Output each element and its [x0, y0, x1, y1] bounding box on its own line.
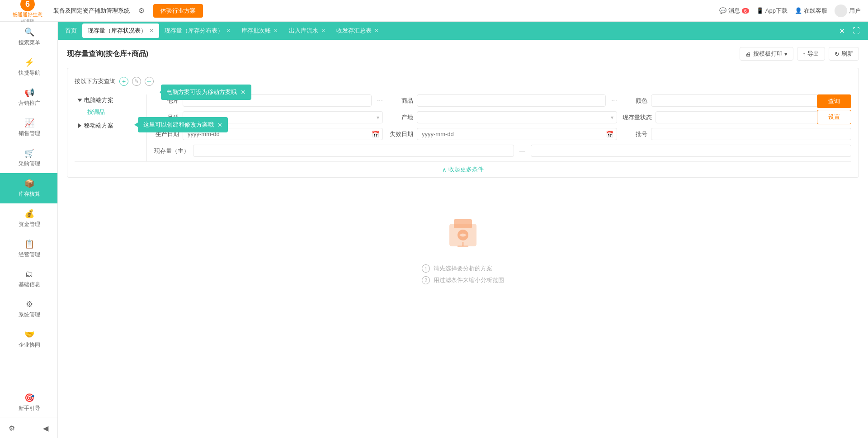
sidebar-item-search-menu[interactable]: 🔍 搜索菜单: [0, 22, 57, 52]
sidebar-label-operations: 经营管理: [19, 251, 40, 259]
reset-button[interactable]: 设置: [817, 110, 851, 124]
stock-qty-max-input[interactable]: [531, 145, 852, 157]
tab-receipt-summary[interactable]: 收发存汇总表 ✕: [331, 24, 384, 38]
search-button[interactable]: 查询: [817, 94, 851, 108]
scheme-popover-2-close[interactable]: ✕: [217, 122, 222, 128]
tab-batch-ledger[interactable]: 库存批次账 ✕: [236, 24, 283, 38]
logo-area: 6 畅通通好生意 标准版: [7, 0, 48, 24]
sidebar-label-sales: 销售管理: [19, 130, 40, 137]
inventory-icon: 📦: [24, 179, 34, 188]
purchase-icon: 🛒: [24, 148, 34, 158]
sidebar-item-system[interactable]: ⚙ 系统管理: [0, 294, 57, 324]
sidebar-label-base-info: 基础信息: [19, 281, 40, 288]
phone-icon: 📱: [756, 7, 764, 14]
filter-field-origin: 产地 ▾: [388, 111, 617, 123]
tab-home[interactable]: 首页: [60, 24, 82, 38]
tab-batch-ledger-label: 库存批次账: [241, 27, 271, 35]
tab-stock-status-close[interactable]: ✕: [149, 28, 154, 34]
filter-add-btn[interactable]: +: [119, 77, 128, 86]
tab-stock-status[interactable]: 现存量（库存状况表） ✕: [82, 24, 159, 38]
goods-label: 商品: [388, 97, 413, 105]
message-btn[interactable]: 💬 消息 6: [719, 7, 749, 15]
search-menu-icon: 🔍: [24, 27, 34, 37]
sidebar: 🔍 搜索菜单 ⚡ 快捷导航 📢 营销推广 📈 销售管理 🛒 采购管理 📦: [0, 22, 58, 438]
settings-icon-btn[interactable]: ⚙: [135, 5, 148, 17]
cooperation-icon: 🤝: [24, 330, 34, 339]
sidebar-item-base-info[interactable]: 🗂 基础信息: [0, 264, 57, 294]
sidebar-label-cooperation: 企业协同: [19, 341, 40, 349]
page-title: 现存量查询(按仓库+商品): [67, 49, 148, 59]
template-print-button[interactable]: 🖨 按模板打印 ▾: [740, 47, 793, 61]
desktop-group-triangle: [78, 99, 82, 102]
sidebar-item-finance[interactable]: 💰 资金管理: [0, 203, 57, 234]
sidebar-item-cooperation[interactable]: 🤝 企业协同: [0, 324, 57, 354]
filter-arrow-btn[interactable]: ←: [145, 77, 154, 86]
goods-more-icon[interactable]: ···: [611, 97, 617, 105]
base-info-icon: 🗂: [25, 269, 33, 279]
sidebar-item-marketing[interactable]: 📢 营销推广: [0, 82, 57, 113]
scheme-popover-1-close[interactable]: ✕: [241, 89, 246, 96]
user-btn[interactable]: 用户: [835, 5, 861, 17]
logo-icon: 6: [20, 0, 35, 11]
goods-input[interactable]: [417, 94, 606, 107]
tab-in-out-flow-label: 出入库流水: [289, 27, 318, 35]
filter-action-buttons: 查询 设置: [817, 94, 851, 124]
tab-in-out-flow-close[interactable]: ✕: [321, 28, 326, 34]
stock-qty-min-input[interactable]: [193, 145, 514, 157]
tab-fullscreen-btn[interactable]: ⛶: [850, 24, 863, 37]
scheme-group-mobile-header[interactable]: 移动端方案: [75, 120, 143, 132]
tab-stock-dist[interactable]: 现存量（库存分布表） ✕: [159, 24, 236, 38]
tab-receipt-summary-close[interactable]: ✕: [374, 28, 379, 34]
tab-close-all-btn[interactable]: ✕: [835, 24, 848, 37]
template-print-label: 按模板打印: [753, 50, 783, 58]
sidebar-item-guide[interactable]: 🎯 新手引导: [0, 387, 57, 418]
operations-icon: 📋: [24, 239, 34, 249]
online-service-label: 在线客服: [804, 7, 827, 15]
online-service-btn[interactable]: 👤 在线客服: [795, 7, 827, 15]
collapse-btn[interactable]: ∧ 收起更多条件: [75, 161, 851, 177]
origin-select[interactable]: [417, 111, 617, 123]
sidebar-item-inventory[interactable]: 📦 库存核算: [0, 173, 57, 203]
sidebar-item-quick-nav[interactable]: ⚡ 快捷导航: [0, 52, 57, 82]
empty-state-icon: [440, 210, 486, 255]
app-download-btn[interactable]: 📱 App下载: [756, 7, 788, 15]
empty-steps-list: 1 请先选择要分析的方案 2 用过滤条件来缩小分析范围: [422, 264, 504, 288]
sidebar-collapse-btn[interactable]: ◀: [39, 422, 52, 434]
page-title-actions: 🖨 按模板打印 ▾ ↑ 导出 ↻ 刷新: [740, 47, 859, 61]
empty-step-2-text: 用过滤条件来缩小分析范围: [434, 276, 504, 284]
page-content: 现存量查询(按仓库+商品) 🖨 按模板打印 ▾ ↑ 导出 ↻: [58, 40, 868, 438]
batch-no-input[interactable]: [651, 128, 851, 140]
filter-row-4: 现存量（主） —: [154, 145, 851, 157]
tab-stock-dist-label: 现存量（库存分布表）: [165, 27, 223, 35]
guide-icon: 🎯: [24, 393, 34, 403]
range-dash: —: [519, 147, 525, 154]
quick-nav-icon: ⚡: [24, 57, 34, 67]
filter-row-2: 尺码 ▾ 产地: [154, 111, 851, 123]
scheme-item-by-product[interactable]: 按调品: [75, 106, 143, 118]
sidebar-settings-btn[interactable]: ⚙: [5, 422, 18, 434]
scheme-group-desktop-header[interactable]: 电脑端方案: [75, 94, 143, 106]
filter-edit-btn[interactable]: ✎: [132, 77, 141, 86]
warehouse-more-icon[interactable]: ···: [377, 97, 383, 105]
main-area: 🔍 搜索菜单 ⚡ 快捷导航 📢 营销推广 📈 销售管理 🛒 采购管理 📦: [0, 22, 868, 438]
sidebar-item-purchase[interactable]: 🛒 采购管理: [0, 143, 57, 173]
mobile-group-triangle: [78, 123, 81, 128]
mobile-group-label: 移动端方案: [84, 122, 113, 130]
page-title-bar: 现存量查询(按仓库+商品) 🖨 按模板打印 ▾ ↑ 导出 ↻: [67, 47, 859, 61]
expiry-date-input[interactable]: [417, 128, 617, 140]
sidebar-label-guide: 新手引导: [19, 405, 40, 412]
tab-stock-dist-close[interactable]: ✕: [226, 28, 231, 34]
export-button[interactable]: ↑ 导出: [797, 47, 826, 61]
expiry-date-label: 失效日期: [388, 130, 413, 138]
refresh-button[interactable]: ↻ 刷新: [829, 47, 859, 61]
filter-body: 电脑端方案 按调品 移动端方案: [75, 94, 851, 161]
tab-home-label: 首页: [65, 27, 77, 35]
logo-text: 畅通通好生意: [13, 11, 42, 18]
tab-bar-right: ✕ ⛶: [835, 24, 866, 37]
trial-button[interactable]: 体验行业方案: [153, 4, 203, 18]
tab-in-out-flow[interactable]: 出入库流水 ✕: [283, 24, 331, 38]
sidebar-item-sales[interactable]: 📈 销售管理: [0, 113, 57, 143]
tab-batch-ledger-close[interactable]: ✕: [274, 28, 278, 34]
tab-bar: 首页 现存量（库存状况表） ✕ 现存量（库存分布表） ✕ 库存批次账 ✕ 出入库…: [58, 22, 868, 40]
sidebar-item-operations[interactable]: 📋 经营管理: [0, 234, 57, 264]
